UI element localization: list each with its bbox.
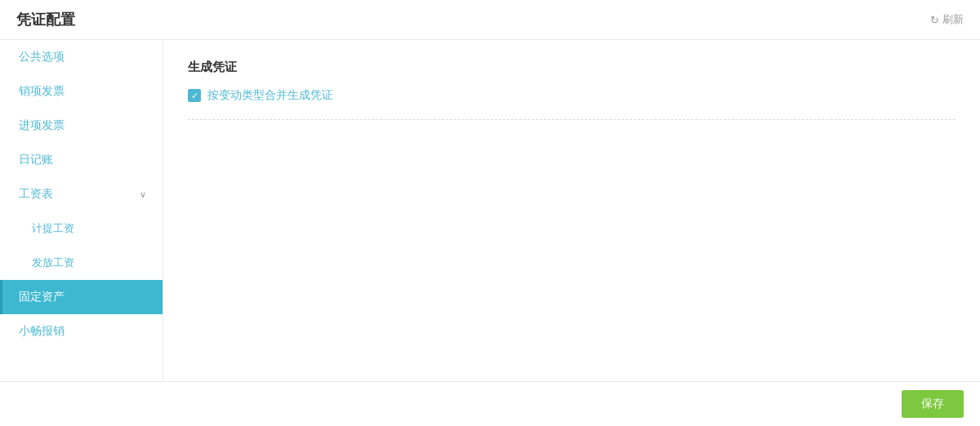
sidebar-item-label: 日记账	[19, 153, 53, 167]
sidebar: 公共选项销项发票进项发票日记账工资表∨计提工资发放工资固定资产小畅报销	[0, 40, 163, 381]
sidebar-item-fixed-assets[interactable]: 固定资产	[0, 280, 163, 314]
sidebar-item-payroll-calc[interactable]: 计提工资	[0, 211, 163, 246]
sidebar-item-journal[interactable]: 日记账	[0, 143, 163, 177]
sidebar-item-label: 销项发票	[19, 84, 65, 99]
merge-checkbox-label[interactable]: 按变动类型合并生成凭证	[207, 88, 333, 103]
page-body: 公共选项销项发票进项发票日记账工资表∨计提工资发放工资固定资产小畅报销 生成凭证…	[0, 40, 980, 381]
page-wrapper: 凭证配置 ↻ 刷新 公共选项销项发票进项发票日记账工资表∨计提工资发放工资固定资…	[0, 0, 980, 426]
refresh-label: 刷新	[942, 12, 964, 27]
sidebar-item-public-options[interactable]: 公共选项	[0, 40, 163, 74]
refresh-icon: ↻	[930, 14, 939, 26]
page-header: 凭证配置 ↻ 刷新	[0, 0, 980, 40]
sidebar-item-expense-report[interactable]: 小畅报销	[0, 314, 163, 348]
check-icon: ✓	[191, 91, 198, 100]
sidebar-item-label: 小畅报销	[19, 324, 65, 339]
sidebar-item-label: 发放工资	[32, 255, 74, 270]
chevron-down-icon: ∨	[140, 189, 146, 200]
sidebar-item-label: 进项发票	[19, 118, 65, 133]
merge-checkbox[interactable]: ✓	[188, 89, 201, 102]
save-button[interactable]: 保存	[902, 390, 964, 418]
checkbox-row: ✓ 按变动类型合并生成凭证	[188, 88, 956, 103]
refresh-button[interactable]: ↻ 刷新	[930, 12, 964, 27]
sidebar-item-payroll-table[interactable]: 工资表∨	[0, 177, 163, 211]
sidebar-item-label: 工资表	[19, 187, 53, 202]
sidebar-item-purchase-invoice[interactable]: 进项发票	[0, 109, 163, 143]
section-divider	[188, 119, 956, 120]
page-title: 凭证配置	[16, 10, 75, 29]
sidebar-item-payroll-pay[interactable]: 发放工资	[0, 246, 163, 280]
sidebar-item-label: 固定资产	[19, 290, 65, 304]
page-footer: 保存	[0, 381, 980, 426]
sidebar-item-label: 计提工资	[32, 221, 74, 236]
sidebar-item-label: 公共选项	[19, 50, 65, 64]
section-title: 生成凭证	[188, 60, 956, 75]
main-content: 生成凭证 ✓ 按变动类型合并生成凭证	[163, 40, 980, 381]
sidebar-item-sales-invoice[interactable]: 销项发票	[0, 74, 163, 109]
